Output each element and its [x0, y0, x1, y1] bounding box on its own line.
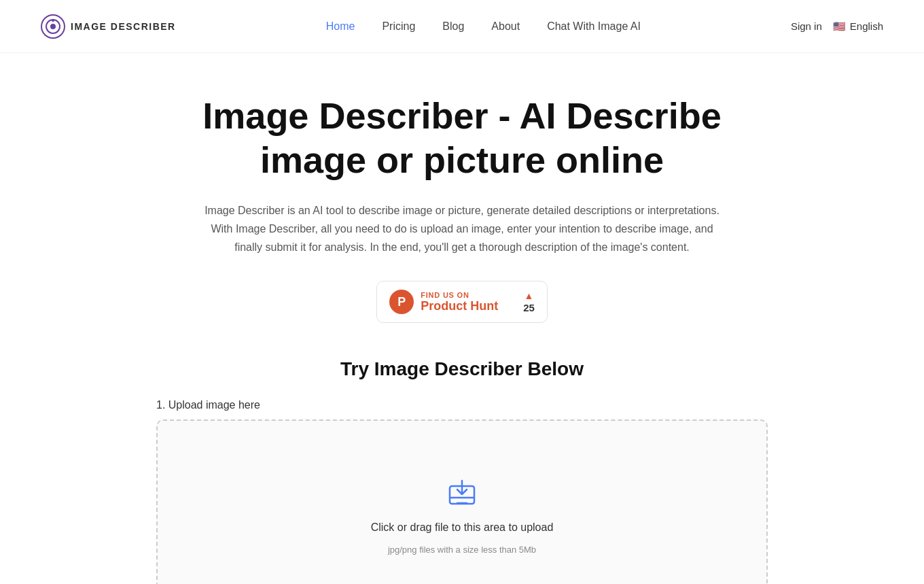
- hero-description: Image Describer is an AI tool to describ…: [204, 201, 720, 257]
- svg-point-3: [52, 19, 54, 22]
- nav-pricing[interactable]: Pricing: [382, 20, 415, 33]
- main-nav: Home Pricing Blog About Chat With Image …: [326, 20, 641, 33]
- nav-home[interactable]: Home: [326, 20, 355, 33]
- flag-icon: 🇺🇸: [833, 20, 846, 33]
- header: IMAGE DESCRIBER Home Pricing Blog About …: [0, 0, 924, 53]
- upload-inbox-icon: [444, 475, 480, 511]
- product-hunt-name: Product Hunt: [421, 299, 498, 313]
- vote-count: 25: [523, 302, 535, 313]
- hero-title: Image Describer - AI Describe image or p…: [156, 94, 768, 182]
- nav-blog[interactable]: Blog: [442, 20, 464, 33]
- product-hunt-logo: P: [389, 290, 414, 314]
- language-label: English: [850, 20, 883, 32]
- logo-icon: [41, 14, 65, 39]
- upload-dropzone[interactable]: Click or drag file to this area to uploa…: [156, 419, 768, 584]
- nav-chat[interactable]: Chat With Image AI: [547, 20, 641, 33]
- hero-desc-line1: Image Describer is an AI tool to describ…: [205, 205, 719, 216]
- logo-area: IMAGE DESCRIBER: [41, 14, 176, 39]
- language-selector[interactable]: 🇺🇸 English: [833, 20, 883, 33]
- header-right: Sign in 🇺🇸 English: [791, 20, 883, 33]
- hero-desc-line2: With Image Describer, all you need to do…: [211, 223, 713, 253]
- upload-subtext: jpg/png files with a size less than 5Mb: [388, 545, 536, 555]
- product-hunt-left: P FIND US ON Product Hunt: [377, 281, 510, 322]
- try-section-title: Try Image Describer Below: [340, 358, 584, 380]
- nav-about[interactable]: About: [491, 20, 520, 33]
- upload-icon-wrapper: [444, 475, 480, 511]
- main-content: Image Describer - AI Describe image or p…: [0, 53, 924, 584]
- product-hunt-votes: ▲ 25: [511, 284, 547, 320]
- svg-point-2: [50, 24, 56, 29]
- sign-in-button[interactable]: Sign in: [791, 20, 822, 32]
- logo-text: IMAGE DESCRIBER: [71, 21, 176, 32]
- upload-section: 1. Upload image here Click or drag file …: [156, 399, 768, 584]
- upload-label: 1. Upload image here: [156, 399, 768, 411]
- upvote-arrow-icon: ▲: [525, 291, 534, 300]
- product-hunt-text: FIND US ON Product Hunt: [421, 291, 498, 313]
- upload-click-text: Click or drag file to this area to uploa…: [371, 521, 554, 534]
- product-hunt-badge[interactable]: P FIND US ON Product Hunt ▲ 25: [376, 281, 548, 323]
- product-hunt-find-us: FIND US ON: [421, 291, 498, 299]
